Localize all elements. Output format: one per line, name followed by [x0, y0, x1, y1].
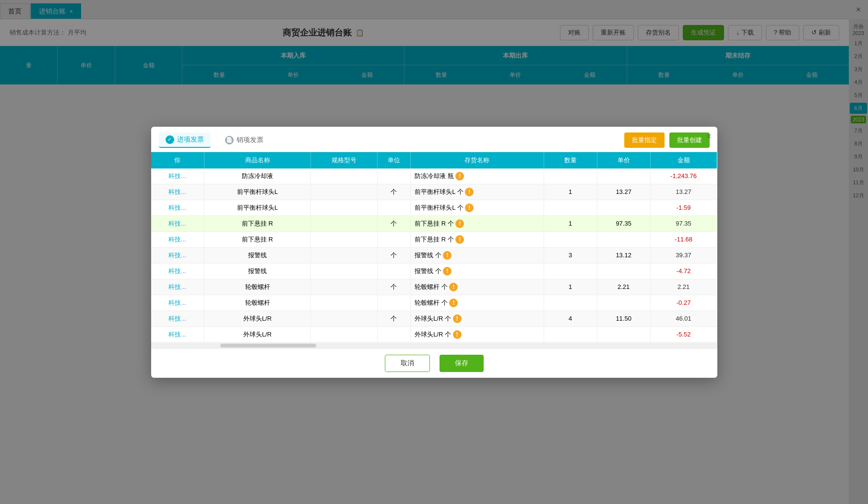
cell-product: 防冻冷却液	[204, 168, 311, 184]
modal-footer: 取消 保存	[151, 348, 717, 378]
cell-amount: 2.21	[650, 279, 717, 295]
cell-qty: 4	[544, 311, 597, 326]
cell-company: 科技...	[151, 168, 204, 184]
cell-stock: 防冻冷却液 瓶 !	[411, 168, 544, 184]
col-price: 单价	[597, 152, 650, 168]
cell-unit: 个	[377, 247, 410, 263]
cell-company: 科技...	[151, 295, 204, 311]
horizontal-scrollbar[interactable]	[151, 343, 717, 348]
warning-icon: !	[453, 314, 462, 323]
cell-amount: 13.27	[650, 184, 717, 200]
sales-invoice-label: 销项发票	[237, 136, 263, 144]
warning-icon: !	[455, 235, 464, 244]
save-button[interactable]: 保存	[440, 355, 484, 372]
cell-stock: 前平衡杆球头L 个 !	[411, 184, 544, 200]
cell-product: 轮毂螺杆	[204, 279, 311, 295]
cell-company: 科技...	[151, 231, 204, 247]
warning-icon: !	[455, 219, 464, 228]
col-unit: 单位	[377, 152, 410, 168]
col-stock-name: 存货名称	[411, 152, 544, 168]
sales-invoice-icon: 📄	[225, 136, 234, 144]
cell-price	[597, 200, 650, 216]
cell-amount: -4.72	[650, 263, 717, 279]
cell-unit	[377, 326, 410, 342]
cell-unit: 个	[377, 216, 410, 231]
cell-amount: 39.37	[650, 247, 717, 263]
col-amount: 金额	[650, 152, 717, 168]
cell-stock: 前下悬挂 R 个 !	[411, 216, 544, 231]
cell-spec	[311, 200, 378, 216]
table-row: 科技... 轮毂螺杆 轮毂螺杆 个 ! -0.27	[151, 295, 717, 311]
modal-dialog: ✓ 进项发票 📄 销项发票 批量指定 批量创建 × 你 商品名称 规格型号	[151, 127, 717, 378]
cell-amount: -1,243.76	[650, 168, 717, 184]
cell-price	[597, 326, 650, 342]
modal-close-button[interactable]: ×	[706, 132, 712, 142]
cell-qty	[544, 231, 597, 247]
cell-spec	[311, 279, 378, 295]
cell-spec	[311, 216, 378, 231]
warning-icon: !	[453, 330, 462, 339]
cell-spec	[311, 295, 378, 311]
cell-product: 前平衡杆球头L	[204, 184, 311, 200]
tab-purchase-invoice[interactable]: ✓ 进项发票	[159, 132, 211, 148]
warning-icon: !	[443, 251, 452, 260]
cell-amount: -5.52	[650, 326, 717, 342]
cell-product: 外球头L/R	[204, 326, 311, 342]
cell-spec	[311, 326, 378, 342]
cell-stock: 轮毂螺杆 个 !	[411, 279, 544, 295]
table-row: 科技... 外球头L/R 外球头L/R 个 ! -5.52	[151, 326, 717, 342]
cell-spec	[311, 311, 378, 326]
cell-price: 13.12	[597, 247, 650, 263]
cell-qty: 1	[544, 279, 597, 295]
cell-unit: 个	[377, 184, 410, 200]
cell-spec	[311, 247, 378, 263]
warning-icon: !	[465, 188, 474, 196]
table-row: 科技... 前下悬挂 R 个 前下悬挂 R 个 ! 1 97.35 97.35	[151, 216, 717, 231]
batch-assign-button[interactable]: 批量指定	[624, 132, 665, 148]
cell-company: 科技...	[151, 200, 204, 216]
cell-price	[597, 168, 650, 184]
purchase-invoice-icon: ✓	[166, 135, 174, 144]
cell-spec	[311, 184, 378, 200]
table-row: 科技... 前平衡杆球头L 前平衡杆球头L 个 ! -1.59	[151, 200, 717, 216]
cell-company: 科技...	[151, 247, 204, 263]
scroll-thumb[interactable]	[220, 344, 316, 348]
cell-unit	[377, 231, 410, 247]
table-row: 科技... 前下悬挂 R 前下悬挂 R 个 ! -11.68	[151, 231, 717, 247]
table-row: 科技... 轮毂螺杆 个 轮毂螺杆 个 ! 1 2.21 2.21	[151, 279, 717, 295]
cell-stock: 报警线 个 !	[411, 247, 544, 263]
cell-unit	[377, 168, 410, 184]
warning-icon: !	[449, 299, 458, 307]
batch-create-button[interactable]: 批量创建	[669, 132, 710, 148]
tab-sales-invoice[interactable]: 📄 销项发票	[218, 133, 270, 147]
cancel-button[interactable]: 取消	[385, 355, 430, 372]
cell-company: 科技...	[151, 216, 204, 231]
modal-table-container[interactable]: 你 商品名称 规格型号 单位 存货名称 数量 单价 金额 科技... 防冻冷却液…	[151, 152, 717, 343]
cell-unit	[377, 200, 410, 216]
cell-stock: 轮毂螺杆 个 !	[411, 295, 544, 311]
col-company: 你	[151, 152, 204, 168]
cell-product: 外球头L/R	[204, 311, 311, 326]
invoice-table: 你 商品名称 规格型号 单位 存货名称 数量 单价 金额 科技... 防冻冷却液…	[151, 152, 717, 343]
cell-product: 轮毂螺杆	[204, 295, 311, 311]
col-product-name: 商品名称	[204, 152, 311, 168]
cell-price	[597, 231, 650, 247]
cell-qty: 3	[544, 247, 597, 263]
cell-stock: 前平衡杆球头L 个 !	[411, 200, 544, 216]
cell-unit	[377, 263, 410, 279]
cell-spec	[311, 263, 378, 279]
cell-price	[597, 263, 650, 279]
warning-icon: !	[443, 267, 452, 276]
cell-price: 11.50	[597, 311, 650, 326]
modal-header-actions: 批量指定 批量创建	[624, 132, 710, 148]
cell-unit: 个	[377, 279, 410, 295]
cell-stock: 前下悬挂 R 个 !	[411, 231, 544, 247]
col-spec: 规格型号	[311, 152, 378, 168]
cell-unit	[377, 295, 410, 311]
cell-amount: -1.59	[650, 200, 717, 216]
modal-header: ✓ 进项发票 📄 销项发票 批量指定 批量创建 ×	[151, 127, 717, 152]
cell-qty	[544, 263, 597, 279]
cell-qty: 1	[544, 216, 597, 231]
cell-qty: 1	[544, 184, 597, 200]
cell-company: 科技...	[151, 326, 204, 342]
